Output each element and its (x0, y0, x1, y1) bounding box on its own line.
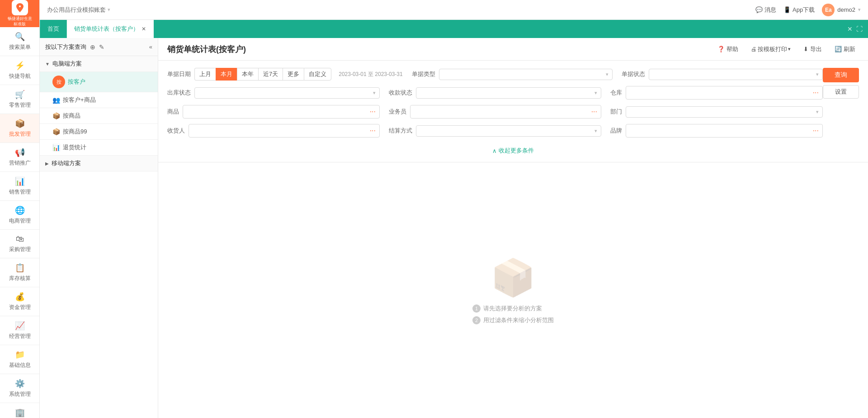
sys-icon: ⚙️ (15, 379, 25, 389)
receiver-input[interactable]: ··· (189, 124, 380, 138)
scheme-item-label-cust-goods: 按客户+商品 (63, 96, 96, 104)
tab-home[interactable]: 首页 (40, 20, 67, 38)
print-icon: 🖨 (751, 46, 757, 52)
out-status-input[interactable]: ▾ (194, 87, 380, 99)
date-btn-last-month[interactable]: 上月 (194, 68, 216, 81)
filter-field-receive-status: 收款状态 ▾ (389, 87, 601, 99)
receive-status-chevron: ▾ (594, 90, 597, 96)
tab-sales-stat[interactable]: 销货单统计表（按客户） ✕ (67, 20, 154, 38)
scheme-add-btn[interactable]: ⊕ (90, 43, 95, 51)
topbar-right: 💬 消息 📱 App下载 Ea demo2 ▾ (755, 4, 861, 16)
sidebar-item-purchase[interactable]: 🛍 采购管理 (0, 230, 40, 258)
sidebar-item-quick[interactable]: ⚡ 快捷导航 (0, 56, 40, 85)
sidebar-label-wholesale: 批发管理 (9, 130, 31, 138)
sidebar-label-basic: 基础信息 (9, 361, 31, 369)
refresh-btn[interactable]: 🔄 刷新 (831, 43, 859, 55)
page-title-bar: 销货单统计表(按客户) ❓ 帮助 🖨 按模板打印 ▾ ⬇ 导出 (158, 38, 868, 61)
print-dropdown-icon: ▾ (788, 46, 791, 52)
tabbar: 首页 销货单统计表（按客户） ✕ ✕ ⛶ (40, 20, 868, 38)
sidebar-item-sys[interactable]: ⚙️ 系统管理 (0, 374, 40, 403)
scheme-item-by-goods99[interactable]: 📦 按商品99 (40, 124, 158, 140)
app-download-btn[interactable]: 📱 App下载 (783, 6, 815, 14)
scheme-group-mobile-header[interactable]: ▶ 移动端方案 (40, 156, 158, 171)
scheme-item-by-goods[interactable]: 📦 按商品 (40, 108, 158, 124)
sidebar-item-search[interactable]: 🔍 搜索菜单 (0, 27, 40, 56)
receive-status-input[interactable]: ▾ (416, 87, 601, 99)
sidebar-item-corp[interactable]: 🏢 企业协同 (0, 403, 40, 418)
sidebar-label-ops: 经营管理 (9, 332, 31, 340)
industry-selector[interactable]: 办公用品行业模拟账套 ▾ (47, 6, 110, 14)
help-icon: ❓ (717, 46, 725, 52)
scheme-group-desktop-header[interactable]: ▼ 电脑端方案 (40, 56, 158, 72)
settlement-input[interactable]: ▾ (416, 125, 601, 137)
filter-field-brand: 品牌 ··· (610, 124, 823, 138)
tab-close-all-btn[interactable]: ✕ (847, 25, 853, 33)
date-btn-this-year[interactable]: 本年 (237, 68, 258, 81)
sidebar-item-finance[interactable]: 💰 资金管理 (0, 287, 40, 316)
sidebar-item-ops[interactable]: 📈 经营管理 (0, 316, 40, 345)
filter-field-out-status: 出库状态 ▾ (167, 87, 380, 99)
warehouse-input[interactable]: ··· (626, 86, 823, 100)
filter-field-doc-status: 单据状态 ▾ (622, 69, 823, 80)
filter-field-salesperson: 业务员 ··· (389, 105, 601, 119)
doc-type-input[interactable]: ▾ (439, 69, 613, 80)
brand-input[interactable]: ··· (626, 124, 823, 138)
collapse-up-icon: ∧ (492, 147, 497, 154)
scheme-collapse-btn[interactable]: « (149, 43, 152, 50)
scheme-item-by-cust-goods[interactable]: 👥 按客户+商品 (40, 92, 158, 108)
scheme-edit-btn[interactable]: ✎ (99, 43, 104, 51)
settings-button[interactable]: 设置 (823, 85, 859, 99)
salesperson-input[interactable]: ··· (410, 105, 601, 119)
print-btn[interactable]: 🖨 按模板打印 ▾ (747, 43, 794, 55)
doc-status-input[interactable]: ▾ (649, 69, 823, 80)
sidebar-item-stock[interactable]: 📋 库存核算 (0, 258, 40, 287)
print-label: 按模板打印 (758, 45, 787, 53)
tab-maximize-btn[interactable]: ⛶ (856, 25, 863, 33)
sidebar-item-retail[interactable]: 🛒 零售管理 (0, 85, 40, 114)
empty-icon: 📦 (491, 256, 536, 299)
scheme-item-icon-return: 📊 (52, 144, 60, 151)
app-download-label: App下载 (793, 6, 815, 14)
filter-field-settlement: 结算方式 ▾ (389, 125, 601, 137)
tabbar-actions: ✕ ⛶ (847, 25, 868, 33)
sidebar-item-wholesale[interactable]: 📦 批发管理 (0, 114, 40, 143)
tab-sales-stat-label: 销货单统计表（按客户） (74, 25, 139, 33)
sidebar-item-sales[interactable]: 📊 销售管理 (0, 172, 40, 201)
date-btn-7days[interactable]: 近7天 (258, 68, 283, 81)
date-btn-more[interactable]: 更多 (283, 68, 304, 81)
date-btn-custom[interactable]: 自定义 (304, 68, 331, 81)
filter-area: 单据日期 上月 本月 本年 近7天 更多 自定义 2023-03-01 至 20… (158, 61, 868, 162)
help-btn[interactable]: ❓ 帮助 (714, 43, 742, 55)
empty-tips: 1 请先选择要分析的方案 2 用过滤条件来缩小分析范围 (472, 304, 554, 324)
goods-input[interactable]: ··· (183, 105, 380, 119)
scheme-group-desktop-label: 电脑端方案 (52, 60, 82, 68)
help-label: 帮助 (726, 45, 738, 53)
sidebar-item-basic[interactable]: 📁 基础信息 (0, 345, 40, 374)
scheme-item-return-stat[interactable]: 📊 退货统计 (40, 140, 158, 156)
tab-close-icon[interactable]: ✕ (142, 26, 146, 32)
collapse-bar[interactable]: ∧ 收起更多条件 (167, 143, 859, 158)
warehouse-label: 仓库 (610, 89, 622, 97)
query-button[interactable]: 查询 (823, 68, 859, 82)
sidebar-label-purchase: 采购管理 (9, 246, 31, 253)
export-btn[interactable]: ⬇ 导出 (800, 43, 826, 55)
scheme-item-label-goods99: 按商品99 (63, 128, 87, 136)
receiver-label: 收货人 (167, 127, 185, 135)
date-btn-this-month[interactable]: 本月 (216, 68, 237, 81)
purchase-icon: 🛍 (16, 234, 24, 244)
sidebar-item-marketing[interactable]: 📢 营销推广 (0, 143, 40, 172)
message-btn[interactable]: 💬 消息 (755, 6, 776, 14)
quick-icon: ⚡ (15, 61, 25, 71)
page-actions: ❓ 帮助 🖨 按模板打印 ▾ ⬇ 导出 🔄 刷新 (714, 43, 859, 55)
scheme-item-by-customer[interactable]: 按 按客户 (40, 72, 158, 92)
user-btn[interactable]: Ea demo2 ▾ (822, 4, 861, 16)
sidebar-item-ecom[interactable]: 🌐 电商管理 (0, 201, 40, 230)
filter-row-1: 单据日期 上月 本月 本年 近7天 更多 自定义 2023-03-01 至 20… (167, 68, 823, 81)
filter-container: 单据日期 上月 本月 本年 近7天 更多 自定义 2023-03-01 至 20… (167, 68, 859, 143)
right-content: 销货单统计表(按客户) ❓ 帮助 🖨 按模板打印 ▾ ⬇ 导出 (158, 38, 868, 418)
corp-icon: 🏢 (15, 408, 25, 418)
stock-icon: 📋 (15, 263, 25, 273)
department-input[interactable]: ▾ (626, 106, 823, 118)
main-area: 办公用品行业模拟账套 ▾ 💬 消息 📱 App下载 Ea demo2 ▾ (40, 0, 868, 418)
filter-field-doc-type: 单据类型 ▾ (412, 69, 613, 80)
